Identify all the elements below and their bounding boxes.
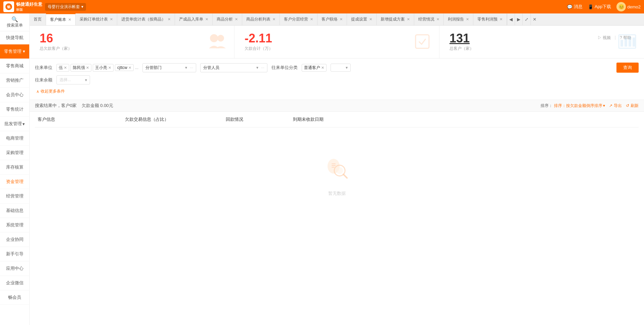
tab-customer-ledger[interactable]: 客户账本 ✕ [46,13,76,26]
svg-rect-7 [625,38,627,46]
sidebar-item-new-guide[interactable]: 新手引导 [0,247,29,261]
message-btn[interactable]: 💬 消息 [567,4,583,10]
collapse-btn[interactable]: ∧ 收起更多条件 [35,87,639,96]
tab-close-profit-report[interactable]: ✕ [466,17,469,22]
filter-balance-select[interactable]: 选择... ▾ [56,75,90,84]
svg-rect-6 [620,40,623,46]
sidebar-item-ecommerce[interactable]: 电商管理 [0,131,29,146]
svg-rect-4 [416,35,429,48]
sidebar-item-enterprise-collab[interactable]: 企业协同 [0,232,29,247]
tab-next-btn[interactable]: ▶ [515,13,522,26]
sidebar-item-inventory[interactable]: 库存核算 [0,160,29,175]
app-download-btn[interactable]: 📱 App下载 [588,4,611,10]
empty-state: 暂无数据 [35,128,639,223]
stat-icon-customers [207,31,227,52]
sidebar-item-enterprise-wechat[interactable]: 企业微信 [0,276,29,290]
filter-dept-select[interactable]: 分管部门 ▾ ··· [142,63,196,72]
refresh-icon: ↺ [626,103,629,108]
refresh-btn[interactable]: ↺ 刷新 [626,103,639,109]
sort-select[interactable]: 排序：按欠款金额倒序排序 ▾ [554,103,605,109]
tab-close-goods-analysis-list[interactable]: ✕ [272,17,275,22]
sidebar-item-chang-member[interactable]: 畅会员 [0,290,29,305]
query-button[interactable]: 查询 [616,63,639,73]
sidebar-item-retail-stats[interactable]: 零售统计 [0,102,29,117]
col-repayment: 回款情况 [223,115,290,124]
tab-goods-stats[interactable]: 进货单统计表（按商品） ✕ [117,13,175,26]
stat-total-customers: 131 总客户（家） ▷ 视频 | ? 帮助 [439,26,644,58]
filter-tag-close-unit-type[interactable]: ✕ [321,66,324,70]
export-btn[interactable]: ↗ 导出 [609,103,622,109]
sort-area: 排序： 排序：按欠款金额倒序排序 ▾ [541,103,605,109]
tab-customer-contact[interactable]: 客户联络 ✕ [317,13,347,26]
filter-tag-close-cjttcw[interactable]: ✕ [128,66,131,70]
svg-rect-9 [633,37,635,46]
account-selector[interactable]: 母婴行业演示帐套 ▾ [45,3,86,11]
tab-production-receipt[interactable]: 产成品入库单 ✕ [175,13,213,26]
tab-new-commission-plan[interactable]: 新增提成方案 ✕ [377,13,414,26]
stat-debt-amount-num: -2.11 [245,32,273,44]
filter-unit-type-label: 往来单位分类 [271,65,298,71]
logo-icon: 畅 [3,1,14,12]
video-link[interactable]: ▷ 视频 [598,35,611,41]
user-profile-btn[interactable]: 😊 demo2 [616,2,641,11]
tab-commission-settings[interactable]: 提成设置 ✕ [347,13,377,26]
tab-profit-report[interactable]: 利润报告 ✕ [444,13,473,26]
stat-debt-amount: -2.11 欠款合计（万） [234,26,439,58]
svg-point-2 [210,34,218,42]
tab-close-operations[interactable]: ✕ [436,17,439,22]
sidebar-item-system-mgmt[interactable]: 系统管理 [0,218,29,232]
filter-tag-close-wang[interactable]: ✕ [108,66,111,70]
tab-close-customer-tier[interactable]: ✕ [310,17,313,22]
sidebar-search[interactable]: 🔍 搜索菜单 [0,13,29,31]
sidebar-fast-nav[interactable]: 快捷导航 [0,31,29,44]
tab-close-customer-ledger[interactable]: ✕ [68,17,71,22]
top-bar-right: 💬 消息 📱 App下载 😊 demo2 [567,2,641,11]
sidebar-item-retail-mgmt[interactable]: 零售管理 ▾ [0,44,29,59]
tab-close-goods-analysis[interactable]: ✕ [235,17,238,22]
sidebar-item-member-center[interactable]: 会员中心 [0,88,29,102]
tab-prev-btn[interactable]: ◀ [507,13,515,26]
tab-bar: 首页 客户账本 ✕ 采购订单统计表 ✕ 进货单统计表（按商品） ✕ 产成品入库单… [30,13,644,26]
filter-area: 往来单位 伍 ✕ 陈民强 ✕ 王小亮 ✕ [30,59,644,100]
sidebar-item-wholesale-mgmt[interactable]: 批发管理 ▾ [0,117,29,131]
tab-close-new-commission-plan[interactable]: ✕ [407,17,410,22]
filter-more-tags[interactable]: ... [135,65,138,70]
sidebar-item-marketing[interactable]: 营销推广 [0,73,29,88]
tab-operations[interactable]: 经营情况 ✕ [414,13,444,26]
tab-close-production-receipt[interactable]: ✕ [205,17,208,22]
stat-total-customers-num: 131 [449,32,474,44]
tab-close-customer-contact[interactable]: ✕ [340,17,343,22]
filter-tag-close-chen[interactable]: ✕ [86,66,89,70]
filter-row-2: 往来余额 选择... ▾ [35,75,639,84]
col-debt-info: 欠款交易信息（占比） [122,115,223,124]
sidebar-item-basic-info[interactable]: 基础信息 [0,204,29,218]
filter-staff-select[interactable]: 分管人员 ▾ ··· [200,63,267,72]
stat-icon-amount [412,31,432,52]
tab-close-commission-settings[interactable]: ✕ [369,17,372,22]
tab-close-all-btn[interactable]: ✕ [530,13,539,26]
tab-close-retail-profit[interactable]: ✕ [500,17,503,22]
tab-customer-tier[interactable]: 客户分层经营 ✕ [280,13,317,26]
tab-purchase-order-stats[interactable]: 采购订单统计表 ✕ [76,13,117,26]
tab-home[interactable]: 首页 [30,13,46,26]
tab-goods-analysis-list[interactable]: 商品分析列表 ✕ [242,13,280,26]
sidebar-item-operations[interactable]: 经营管理 [0,189,29,204]
sidebar-item-finance-mgmt[interactable]: 资金管理 [0,175,29,189]
filter-unit-tags: 伍 ✕ 陈民强 ✕ 王小亮 ✕ cjttcw ✕ [56,64,138,72]
svg-text:畅: 畅 [7,5,10,9]
stat-debt-customers: 16 总欠款客户（家） [30,26,234,58]
stat-values-customers: 16 总欠款客户（家） [40,32,72,51]
tab-retail-profit[interactable]: 零售利润预 ✕ [473,13,507,26]
stat-values-total: 131 总客户（家） [449,32,474,51]
sidebar-item-app-center[interactable]: 应用中心 [0,261,29,276]
sidebar-item-purchase-mgmt[interactable]: 采购管理 [0,146,29,160]
tab-goods-analysis[interactable]: 商品分析 ✕ [213,13,242,26]
top-bar: 畅 畅捷通好生意 标版 母婴行业演示帐套 ▾ 💬 消息 📱 App下载 😊 de… [0,0,644,13]
tab-expand-btn[interactable]: ⤢ [522,13,530,26]
sidebar-item-retail-mall[interactable]: 零售商城 [0,59,29,73]
filter-tag-close-wu[interactable]: ✕ [64,66,67,70]
svg-point-3 [217,35,224,41]
tab-close-goods-stats[interactable]: ✕ [168,17,171,22]
tab-close-purchase-order-stats[interactable]: ✕ [110,17,113,22]
filter-unit-type-select[interactable]: ▾ [331,64,351,72]
